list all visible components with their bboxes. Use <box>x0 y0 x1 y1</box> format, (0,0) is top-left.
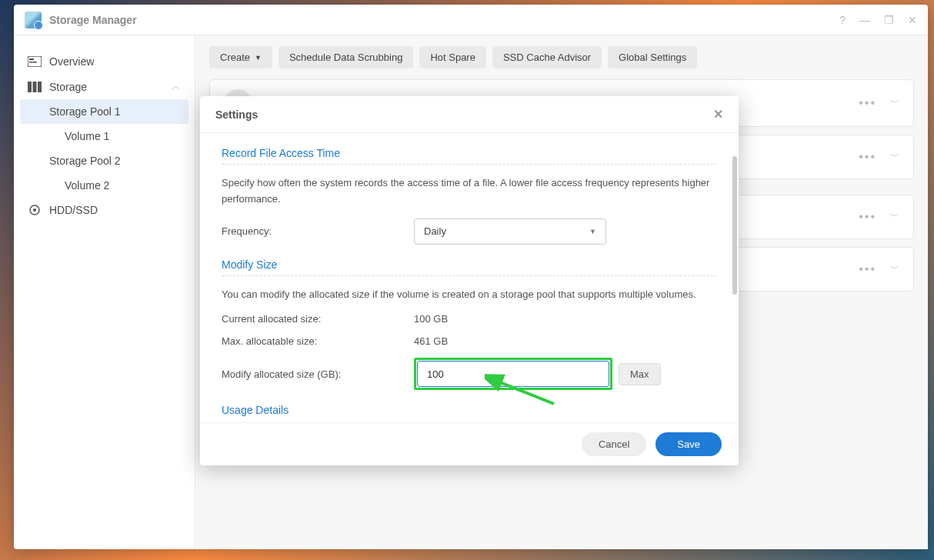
caret-down-icon: ▼ <box>255 54 262 62</box>
section2-desc: You can modify the allocated size if the… <box>222 287 717 303</box>
help-icon[interactable]: ? <box>839 14 846 26</box>
global-settings-button[interactable]: Global Settings <box>608 46 697 68</box>
more-actions-icon[interactable]: ••• <box>859 262 876 276</box>
nav-hdd-ssd[interactable]: HDD/SSD <box>20 198 188 222</box>
chevron-down-icon[interactable]: ﹀ <box>890 210 899 224</box>
hot-spare-button[interactable]: Hot Spare <box>419 46 486 68</box>
nav-storage-pool-2[interactable]: Storage Pool 2 <box>20 148 188 173</box>
chevron-down-icon[interactable]: ﹀ <box>890 96 899 110</box>
current-allocated-value: 100 GB <box>414 313 448 325</box>
section1-desc: Specify how often the system records the… <box>222 175 717 208</box>
caret-down-icon: ▼ <box>589 228 596 235</box>
nav-overview[interactable]: Overview <box>20 49 188 74</box>
modal-title: Settings <box>215 108 713 121</box>
create-button[interactable]: Create▼ <box>209 46 272 68</box>
close-window-icon[interactable]: ✕ <box>908 14 917 26</box>
titlebar: Storage Manager ? — ❐ ✕ <box>14 5 928 35</box>
toolbar: Create▼ Schedule Data Scrubbing Hot Spar… <box>209 46 914 68</box>
max-allocatable-label: Max. allocatable size: <box>222 335 414 347</box>
svg-rect-4 <box>33 82 37 92</box>
nav-storage[interactable]: Storage ︿ <box>20 74 188 99</box>
settings-modal: Settings ✕ Record File Access Time Speci… <box>200 96 739 465</box>
nav-hddssd-label: HDD/SSD <box>49 204 98 216</box>
nav-volume2-label: Volume 2 <box>65 179 109 192</box>
section-usage-details: Usage Details <box>222 404 717 416</box>
chevron-down-icon[interactable]: ﹀ <box>890 150 899 164</box>
svg-rect-3 <box>28 82 32 92</box>
modify-size-input[interactable] <box>417 361 609 387</box>
frequency-value: Daily <box>424 225 446 237</box>
more-actions-icon[interactable]: ••• <box>859 150 876 164</box>
nav-volume-2[interactable]: Volume 2 <box>20 173 188 198</box>
storage-icon <box>28 82 42 92</box>
nav-storage-pool-1[interactable]: Storage Pool 1 <box>20 99 188 124</box>
app-icon <box>25 12 42 28</box>
nav-volume1-label: Volume 1 <box>65 130 109 142</box>
ssd-cache-advisor-button[interactable]: SSD Cache Advisor <box>492 46 602 68</box>
nav-overview-label: Overview <box>49 55 94 68</box>
minimize-icon[interactable]: — <box>859 14 870 26</box>
frequency-label: Frequency: <box>222 225 414 237</box>
highlight-annotation <box>414 358 612 390</box>
maximize-icon[interactable]: ❐ <box>884 14 894 26</box>
divider <box>222 275 717 276</box>
modal-footer: Cancel Save <box>200 422 739 465</box>
max-allocatable-value: 461 GB <box>414 335 448 347</box>
chevron-up-icon: ︿ <box>172 80 181 93</box>
scrollbar-thumb[interactable] <box>732 156 737 295</box>
more-actions-icon[interactable]: ••• <box>859 96 876 110</box>
modal-header: Settings ✕ <box>200 96 739 133</box>
overview-icon <box>28 56 42 67</box>
save-button[interactable]: Save <box>655 432 722 456</box>
max-button[interactable]: Max <box>619 363 661 385</box>
nav-storage-label: Storage <box>49 81 87 93</box>
hdd-icon <box>28 205 42 215</box>
nav-pool2-label: Storage Pool 2 <box>49 155 121 167</box>
section-record-file-access-time: Record File Access Time <box>222 147 717 159</box>
svg-rect-5 <box>38 82 42 92</box>
schedule-scrubbing-button[interactable]: Schedule Data Scrubbing <box>279 46 413 68</box>
svg-point-7 <box>33 208 36 212</box>
frequency-select[interactable]: Daily ▼ <box>414 218 606 245</box>
section-modify-size: Modify Size <box>222 258 717 271</box>
more-actions-icon[interactable]: ••• <box>859 210 876 224</box>
svg-rect-1 <box>29 58 34 60</box>
cancel-button[interactable]: Cancel <box>582 432 646 456</box>
svg-rect-2 <box>29 62 37 63</box>
current-allocated-label: Current allocated size: <box>222 313 414 325</box>
nav-volume-1[interactable]: Volume 1 <box>20 124 188 148</box>
divider <box>222 164 717 165</box>
nav-pool1-label: Storage Pool 1 <box>49 105 121 118</box>
close-icon[interactable]: ✕ <box>713 107 723 122</box>
chevron-down-icon[interactable]: ﹀ <box>890 262 899 276</box>
modal-body: Record File Access Time Specify how ofte… <box>200 133 739 422</box>
app-title: Storage Manager <box>49 14 839 26</box>
sidebar: Overview Storage ︿ Storage Pool 1 Volume… <box>14 35 195 549</box>
modify-allocated-label: Modify allocated size (GB): <box>222 368 414 380</box>
